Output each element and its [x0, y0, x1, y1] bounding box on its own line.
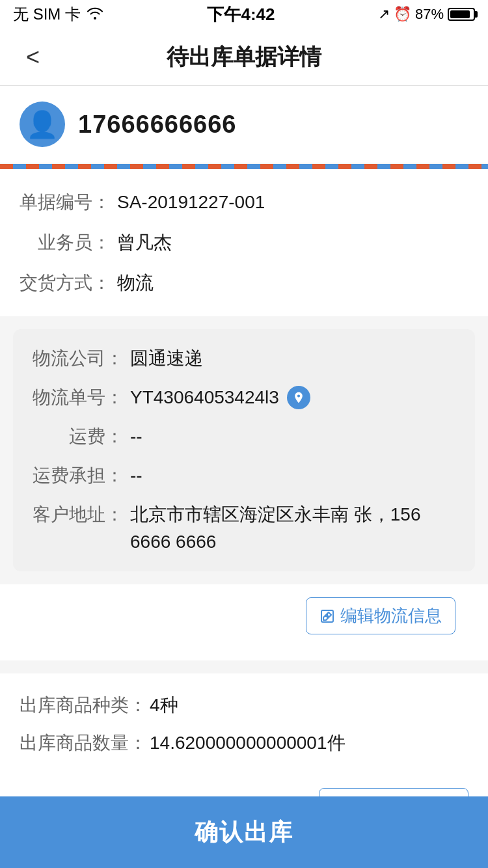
carrier-text: 无 SIM 卡: [13, 4, 81, 25]
customer-header: 👤 17666666666: [0, 86, 488, 163]
status-left: 无 SIM 卡: [13, 4, 104, 25]
page-title: 待出库单据详情: [167, 42, 321, 72]
goods-qty-label: 出库商品数量：: [20, 731, 150, 755]
freight-label: 运费：: [33, 423, 124, 450]
edit-logistics-label: 编辑物流信息: [340, 604, 442, 627]
tracking-no-value: YT43064053424l3: [130, 384, 455, 411]
freight-bear-row: 运费承担： --: [33, 462, 455, 489]
status-time: 下午4:42: [207, 3, 275, 26]
delivery-type-label: 交货方式：: [20, 269, 111, 297]
battery-percent: 87%: [415, 6, 444, 23]
wifi-icon: [86, 5, 104, 23]
confirm-label: 确认出库: [195, 817, 293, 848]
edit-logistics-button[interactable]: 编辑物流信息: [306, 597, 455, 634]
salesperson-label: 业务员：: [20, 229, 111, 256]
freight-bear-label: 运费承担：: [33, 462, 124, 489]
logistics-card: 物流公司： 圆通速递 物流单号： YT43064053424l3 运费： -- …: [13, 329, 475, 571]
order-no-row: 单据编号： SA-20191227-001: [20, 189, 468, 216]
nav-bar: < 待出库单据详情: [0, 29, 488, 86]
freight-value: --: [130, 423, 455, 450]
status-bar: 无 SIM 卡 下午4:42 ↗ ⏰ 87%: [0, 0, 488, 29]
tracking-no-label: 物流单号：: [33, 384, 124, 411]
alarm-icon: ⏰: [394, 6, 411, 23]
tracking-no-row: 物流单号： YT43064053424l3: [33, 384, 455, 411]
location-status-icon: ↗: [378, 6, 390, 23]
confirm-button[interactable]: 确认出库: [0, 796, 488, 868]
order-info-section: 单据编号： SA-20191227-001 业务员： 曾凡杰 交货方式： 物流: [0, 169, 488, 316]
address-row: 客户地址： 北京市市辖区海淀区永丰南 张，156 6666 6666: [33, 501, 455, 556]
edit-btn-wrap: 编辑物流信息: [0, 584, 488, 660]
user-icon: 👤: [26, 109, 59, 140]
order-no-label: 单据编号：: [20, 189, 111, 216]
salesperson-value: 曾凡杰: [117, 229, 468, 256]
dashed-divider: [0, 164, 488, 169]
avatar: 👤: [20, 102, 65, 147]
goods-type-row: 出库商品种类： 4种: [20, 693, 468, 718]
delivery-type-value: 物流: [117, 269, 468, 297]
salesperson-row: 业务员： 曾凡杰: [20, 229, 468, 256]
logistics-company-row: 物流公司： 圆通速递: [33, 345, 455, 372]
logistics-company-value: 圆通速递: [130, 345, 455, 372]
goods-qty-row: 出库商品数量： 14.620000000000001件: [20, 731, 468, 755]
content: 👤 17666666666 单据编号： SA-20191227-001 业务员：…: [0, 86, 488, 868]
tracking-location-button[interactable]: [287, 386, 310, 409]
logistics-company-label: 物流公司：: [33, 345, 124, 372]
freight-row: 运费： --: [33, 423, 455, 450]
delivery-type-row: 交货方式： 物流: [20, 269, 468, 297]
goods-type-value: 4种: [150, 693, 468, 718]
section-separator: [0, 660, 488, 673]
status-right: ↗ ⏰ 87%: [378, 6, 475, 23]
goods-qty-value: 14.620000000000001件: [150, 731, 468, 755]
order-no-value: SA-20191227-001: [117, 189, 468, 216]
customer-phone: 17666666666: [78, 111, 236, 139]
freight-bear-value: --: [130, 462, 455, 489]
address-label: 客户地址：: [33, 501, 124, 528]
battery-icon: [448, 8, 475, 21]
goods-type-label: 出库商品种类：: [20, 693, 150, 718]
address-value: 北京市市辖区海淀区永丰南 张，156 6666 6666: [130, 501, 455, 556]
goods-section: 出库商品种类： 4种 出库商品数量： 14.620000000000001件: [0, 673, 488, 781]
back-button[interactable]: <: [20, 37, 46, 77]
